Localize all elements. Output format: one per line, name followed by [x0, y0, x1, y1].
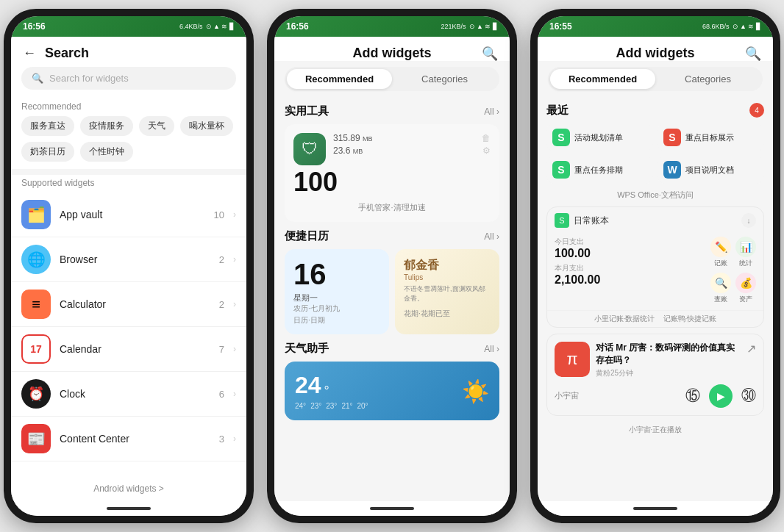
- podcast-sub: 黄粉25分钟: [596, 368, 741, 378]
- wps-label: WPS Office·文档访问: [546, 190, 764, 201]
- acc-icon-circle-2: 🔍: [710, 273, 731, 293]
- calculator-name: Calculator: [60, 298, 210, 310]
- clock-arrow: ›: [233, 389, 236, 399]
- page-title-search: Search: [45, 46, 89, 61]
- podcast-top: π 对话 Mr 厉害：数码评测的价值真实存在吗？ 黄粉25分钟 ↗: [555, 342, 756, 378]
- sun-icon: ☀️: [462, 378, 489, 404]
- header-search-icon-2[interactable]: 🔍: [482, 46, 498, 62]
- search-box[interactable]: 🔍 Search for widgets: [21, 67, 236, 90]
- android-link[interactable]: Android widgets >: [11, 476, 246, 501]
- status-icons-1: 6.4KB/s ⊙ ▲ ≋ ▊: [179, 23, 235, 30]
- tab-categories-2[interactable]: Categories: [392, 69, 497, 89]
- tag-1[interactable]: 疫情服务: [80, 116, 133, 136]
- tool-size1: 315.89 MB: [333, 133, 373, 143]
- widget-item-calendar[interactable]: 17 Calendar 7 ›: [11, 327, 246, 372]
- section-weather-row: 天气助手 All ›: [285, 342, 499, 356]
- flower-sub: Tulips: [404, 273, 491, 281]
- status-icons-3: 68.6KB/s ⊙ ▲ ≋ ▊: [702, 23, 761, 30]
- widget-item-browser[interactable]: 🌐 Browser 2 ›: [11, 237, 246, 282]
- content-icon: 📰: [21, 424, 51, 453]
- acc-icon-2[interactable]: 🔍 查账: [710, 273, 731, 304]
- tag-5[interactable]: 个性时钟: [80, 142, 133, 162]
- recent-app-3[interactable]: W 项目说明文档: [658, 156, 764, 184]
- search-icon: 🔍: [32, 73, 43, 84]
- content-name: Content Center: [60, 433, 210, 445]
- widget-item-content[interactable]: 📰 Content Center 3 ›: [11, 417, 246, 461]
- account-right-icons: ✏️ 记账 📊 统计 🔍 查账: [710, 237, 756, 304]
- status-bar-3: 16:55 68.6KB/s ⊙ ▲ ≋ ▊: [538, 16, 773, 37]
- tag-2[interactable]: 天气: [139, 116, 174, 136]
- tag-4[interactable]: 奶茶日历: [21, 142, 74, 162]
- tab-recommended-2[interactable]: Recommended: [287, 69, 392, 89]
- tool-icon: 🛡: [293, 133, 326, 165]
- status-icons-2: 221KB/s ⊙ ▲ ≋ ▊: [441, 23, 498, 30]
- network-speed-2: 221KB/s: [441, 23, 466, 30]
- acc-icon-circle-1: 📊: [735, 237, 756, 257]
- widget-item-calculator[interactable]: ≡ Calculator 2 ›: [11, 282, 246, 327]
- tool-dl-icon: 🗑: [482, 133, 491, 143]
- tab-categories-3[interactable]: Categories: [655, 69, 760, 89]
- widgets-scroll-2: 实用工具 All › 🛡 315.89 MB 🗑 23.6 MB: [274, 97, 510, 501]
- appvault-count: 10: [214, 209, 224, 220]
- weather-temp: 24: [295, 372, 321, 399]
- app-icon-1: S: [663, 129, 681, 146]
- rewind-btn[interactable]: ⑮: [685, 386, 700, 406]
- calendar-arrow: ›: [233, 344, 236, 354]
- acc-icon-label-3: 资产: [739, 295, 752, 304]
- tab-recommended-3[interactable]: Recommended: [550, 69, 655, 89]
- section-tool-all[interactable]: All ›: [484, 107, 499, 117]
- acc-icon-0[interactable]: ✏️ 记账: [710, 237, 731, 268]
- t2: 23°: [326, 402, 337, 410]
- account-app-icon: S: [555, 213, 569, 228]
- now-playing-label: 小宇宙·正在播放: [546, 422, 764, 438]
- header-search-icon-3[interactable]: 🔍: [745, 46, 761, 62]
- home-indicator-1: [107, 507, 151, 510]
- phone-search: 16:56 6.4KB/s ⊙ ▲ ≋ ▊ ← Search 🔍 Search …: [4, 9, 254, 523]
- back-button[interactable]: ←: [23, 46, 36, 61]
- cal-weekday: 星期一: [293, 292, 380, 303]
- podcast-channel: 小宇宙: [555, 390, 579, 401]
- calculator-arrow: ›: [233, 299, 236, 309]
- bottom-bar-2: [274, 501, 510, 516]
- acc-icon-label-2: 查账: [714, 295, 727, 304]
- podcast-share-icon[interactable]: ↗: [746, 342, 756, 356]
- widget-item-clock[interactable]: ⏰ Clock 6 ›: [11, 372, 246, 417]
- section-cal-all[interactable]: All ›: [484, 231, 499, 242]
- browser-arrow: ›: [233, 254, 236, 265]
- widget-item-appvault[interactable]: 🗂️ App vault 10 ›: [11, 193, 246, 237]
- clock-count: 6: [219, 389, 224, 400]
- section-weather-all[interactable]: All ›: [484, 344, 499, 354]
- calendar-name: Calendar: [60, 343, 210, 355]
- recent-badge: 4: [749, 103, 764, 118]
- today-label: 今日支出: [555, 237, 710, 247]
- divider: [11, 169, 246, 175]
- play-btn[interactable]: ▶: [709, 384, 733, 408]
- tag-0[interactable]: 服务直达: [21, 116, 74, 136]
- forward-btn[interactable]: ㉚: [741, 387, 756, 404]
- account-download-btn[interactable]: ↓: [741, 213, 756, 228]
- calculator-count: 2: [219, 299, 224, 310]
- account-card: S 日常账本 ↓ 今日支出 100.00 本月支出 2,100.00: [546, 206, 764, 328]
- status-time-2: 16:56: [286, 21, 309, 32]
- calculator-icon: ≡: [21, 290, 51, 319]
- recent-app-1[interactable]: S 重点目标展示: [658, 123, 764, 151]
- section-tool-row: 实用工具 All ›: [285, 104, 499, 118]
- content-count: 3: [219, 434, 224, 445]
- cal-card-flower: 郁金香 Tulips 不语冬雪凋落叶,面渊双风郁金香。 花期·花期已至: [395, 249, 499, 334]
- acc-icon-3[interactable]: 💰 资产: [735, 273, 756, 304]
- acc-icon-circle-3: 💰: [735, 273, 756, 293]
- tag-3[interactable]: 喝水量杯: [180, 116, 233, 136]
- podcast-title: 对话 Mr 厉害：数码评测的价值真实存在吗？: [596, 342, 741, 367]
- section-cal-name: 便捷日历: [285, 229, 329, 243]
- add-widgets-header-2: Add widgets 🔍: [274, 37, 510, 61]
- tool-caption: 手机管家·清理加速: [293, 202, 491, 213]
- content-arrow: ›: [233, 434, 236, 444]
- signal-icons-1: ⊙ ▲ ≋ ▊: [206, 23, 235, 30]
- home-indicator-3: [633, 507, 677, 510]
- recent-app-0[interactable]: S 活动规划清单: [546, 123, 653, 151]
- acc-icon-1[interactable]: 📊 统计: [735, 237, 756, 268]
- recent-app-2[interactable]: S 重点任务排期: [546, 156, 653, 184]
- appvault-icon: 🗂️: [21, 200, 51, 229]
- add-widgets-title-2: Add widgets: [353, 46, 432, 61]
- t1: 23°: [310, 402, 321, 410]
